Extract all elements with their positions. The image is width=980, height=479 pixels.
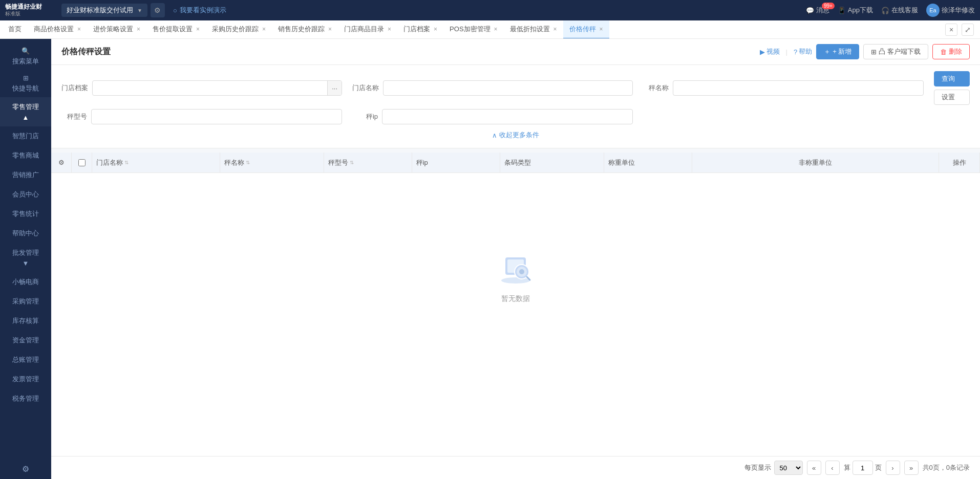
chevron-up-icon: ▲: [23, 114, 29, 121]
filter-scale-model-input[interactable]: [91, 109, 342, 124]
app-download-label: App下载: [848, 6, 873, 15]
demo-button[interactable]: ○ 我要看实例演示: [173, 6, 226, 15]
tab-price-scale-close[interactable]: ×: [600, 26, 603, 33]
tab-store-file[interactable]: 门店档案 ×: [397, 20, 443, 39]
sort-icon[interactable]: ⇅: [246, 160, 250, 165]
th-store-name: 门店名称 ⇅: [92, 153, 220, 173]
tab-pos[interactable]: POS加密管理 ×: [443, 20, 503, 39]
user-menu-button[interactable]: Ea 徐泽华修改: [926, 4, 975, 17]
select-all-checkbox[interactable]: [78, 159, 86, 166]
page-first-button[interactable]: «: [807, 461, 821, 475]
page-input-wrap: 算 页: [844, 461, 882, 475]
tab-sale-extract-label: 售价提取设置: [153, 25, 193, 34]
th-scale-name-label: 秤名称: [224, 158, 244, 167]
sidebar-item-retail-mall[interactable]: 零售商城: [0, 146, 51, 165]
online-service-button[interactable]: 🎧 在线客服: [881, 6, 918, 15]
sidebar-item-wholesale[interactable]: 批发管理 ▼: [0, 243, 51, 272]
tab-sale-history-close[interactable]: ×: [328, 26, 332, 33]
per-page-select[interactable]: 10 20 50 100: [774, 461, 803, 475]
tab-purchase-history[interactable]: 采购历史价跟踪 ×: [206, 20, 272, 39]
help-link[interactable]: ? 帮助: [794, 47, 812, 56]
sidebar-search-button[interactable]: 🔍 搜索菜单: [0, 43, 51, 70]
video-link[interactable]: ▶ 视频: [760, 47, 780, 56]
tab-close-current-button[interactable]: ×: [945, 24, 957, 36]
sidebar-item-help[interactable]: 帮助中心: [0, 224, 51, 243]
tab-min-discount[interactable]: 最低折扣设置 ×: [504, 20, 563, 39]
app-download-button[interactable]: 📱 App下载: [838, 6, 873, 15]
edition-selector[interactable]: 好业财标准版交付试用 ▼: [61, 4, 147, 17]
nav-prev-icon: ‹: [831, 464, 833, 472]
tab-pos-close[interactable]: ×: [494, 26, 498, 33]
demo-label: 我要看实例演示: [180, 6, 226, 15]
nav-first-icon: «: [812, 464, 816, 472]
sidebar-item-invoice[interactable]: 发票管理: [0, 369, 51, 389]
page-prev-button[interactable]: ‹: [825, 461, 840, 475]
sidebar-settings-button[interactable]: ⚙: [22, 459, 29, 479]
sidebar-item-ledger-label: 总账管理: [12, 355, 39, 364]
tab-price-settings-close[interactable]: ×: [77, 26, 81, 33]
sidebar-item-ledger[interactable]: 总账管理: [0, 350, 51, 369]
page-last-button[interactable]: »: [904, 461, 919, 475]
sidebar-item-purchase[interactable]: 采购管理: [0, 292, 51, 311]
tab-price-scale[interactable]: 价格传秤 ×: [563, 20, 609, 39]
edition-settings-button[interactable]: ⚙: [151, 3, 165, 17]
tab-purchase-history-close[interactable]: ×: [262, 26, 266, 33]
collapse-button[interactable]: ∧ 收起更多条件: [61, 128, 970, 142]
sidebar-item-retail-stats-label: 零售统计: [12, 209, 39, 219]
th-barcode-type: 条码类型: [500, 153, 604, 173]
settings-icon: ⚙: [58, 159, 65, 166]
query-button[interactable]: 查询: [934, 71, 970, 86]
th-settings[interactable]: ⚙: [51, 153, 72, 173]
delete-button[interactable]: 🗑 删除: [932, 44, 970, 59]
table-container: ⚙ 门店名称 ⇅ 秤名称 ⇅ 秤型号 ⇅ 秤ip: [51, 153, 980, 456]
tab-store-catalog[interactable]: 门店商品目录 ×: [338, 20, 397, 39]
sort-icon[interactable]: ⇅: [350, 160, 354, 165]
sidebar-item-tax[interactable]: 税务管理: [0, 389, 51, 408]
set-label: 设置: [942, 93, 955, 102]
add-button[interactable]: ＋ + 新增: [816, 44, 859, 59]
filter-scale-ip-input[interactable]: [382, 109, 633, 124]
filter-store-name-input[interactable]: [383, 80, 633, 96]
main-layout: 🔍 搜索菜单 ⊞ 快捷导航 零售管理 ▲ 智慧门店 零售商城 营销推广 会员中心…: [0, 39, 980, 479]
sidebar-item-smart-store[interactable]: 智慧门店: [0, 126, 51, 146]
filter-store-input[interactable]: [93, 84, 327, 92]
sidebar-item-wholesale-label: 批发管理: [12, 248, 39, 257]
sidebar-item-inventory[interactable]: 库存核算: [0, 311, 51, 331]
tab-price-settings-label: 商品价格设置: [34, 25, 74, 34]
tab-min-discount-close[interactable]: ×: [553, 26, 557, 33]
logo-title: 畅捷通好业财: [5, 3, 56, 10]
th-operations: 操作: [939, 153, 980, 173]
per-page-selector: 每页显示 10 20 50 100: [744, 461, 803, 475]
filter-store-btn[interactable]: ···: [327, 81, 342, 95]
filter-scale-name-input[interactable]: [673, 80, 924, 96]
tab-purchase-strategy[interactable]: 进价策略设置 ×: [87, 20, 146, 39]
tab-store-catalog-close[interactable]: ×: [388, 26, 391, 33]
download-button[interactable]: ⊞ 凸 客户端下载: [863, 44, 928, 59]
th-checkbox[interactable]: [72, 153, 92, 173]
filter-scale-name-field: 秤名称: [643, 80, 924, 96]
tab-sale-extract[interactable]: 售价提取设置 ×: [146, 20, 206, 39]
message-button[interactable]: 💬 消息 99+: [806, 6, 829, 15]
svg-point-6: [519, 269, 524, 274]
sidebar-item-member[interactable]: 会员中心: [0, 185, 51, 204]
sidebar-item-purchase-label: 采购管理: [12, 297, 39, 306]
tab-sale-extract-close[interactable]: ×: [196, 26, 200, 33]
page-next-button[interactable]: ›: [886, 461, 900, 475]
sidebar-item-ecom[interactable]: 小畅电商: [0, 272, 51, 292]
tab-price-settings[interactable]: 商品价格设置 ×: [28, 20, 87, 39]
filter-scale-ip-field: 秤ip: [352, 109, 633, 124]
empty-state: 暂无数据: [51, 173, 980, 378]
sidebar-item-retail-stats[interactable]: 零售统计: [0, 204, 51, 224]
sidebar-item-finance[interactable]: 资金管理: [0, 331, 51, 350]
sidebar-quicknav-button[interactable]: ⊞ 快捷导航: [0, 70, 51, 97]
sort-icon[interactable]: ⇅: [124, 160, 129, 165]
sidebar-item-retail[interactable]: 零售管理 ▲: [0, 97, 51, 126]
set-button[interactable]: 设置: [934, 90, 970, 105]
tab-maximize-button[interactable]: ⤢: [962, 24, 974, 36]
tab-sale-history[interactable]: 销售历史价跟踪 ×: [272, 20, 338, 39]
tab-home[interactable]: 首页: [2, 20, 28, 39]
tab-purchase-strategy-close[interactable]: ×: [137, 26, 140, 33]
tab-store-file-close[interactable]: ×: [434, 26, 437, 33]
page-number-input[interactable]: [853, 461, 873, 475]
sidebar-item-marketing[interactable]: 营销推广: [0, 165, 51, 185]
